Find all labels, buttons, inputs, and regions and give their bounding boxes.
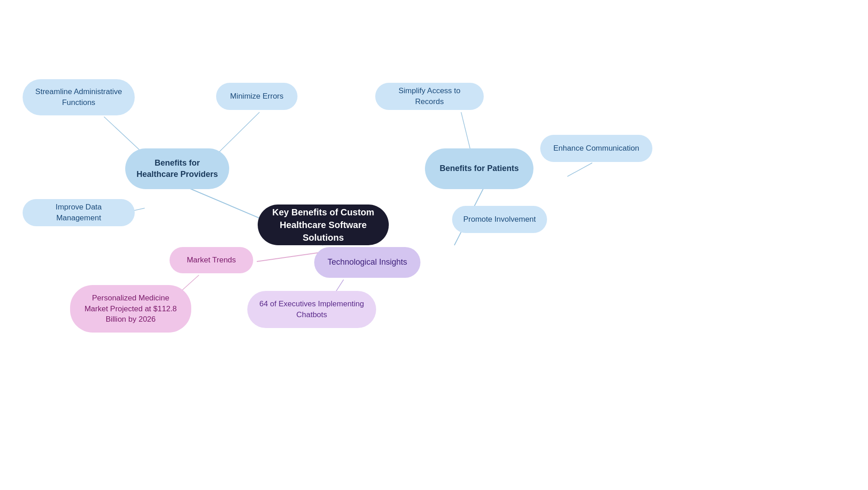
streamline-node: Streamline Administrative Functions [23, 79, 135, 115]
promote-inv-node: Promote Involvement [452, 206, 547, 233]
svg-line-6 [567, 163, 592, 176]
simplify-access-node: Simplify Access to Records [375, 83, 484, 110]
svg-line-8 [257, 252, 323, 262]
market-trends-node: Market Trends [170, 247, 253, 273]
chatbots-node: 64 of Executives Implementing Chatbots [247, 291, 376, 328]
benefits-patients-node: Benefits for Patients [425, 148, 533, 189]
enhance-comm-node: Enhance Communication [540, 135, 652, 162]
minimize-errors-node: Minimize Errors [216, 83, 297, 110]
personalized-medicine-node: Personalized Medicine Market Projected a… [70, 285, 191, 333]
improve-data-node: Improve Data Management [23, 199, 135, 226]
benefits-healthcare-node: Benefits for Healthcare Providers [125, 148, 229, 189]
tech-insights-node: Technological Insights [314, 247, 420, 278]
center-node: Key Benefits of Custom Healthcare Softwa… [258, 205, 389, 245]
